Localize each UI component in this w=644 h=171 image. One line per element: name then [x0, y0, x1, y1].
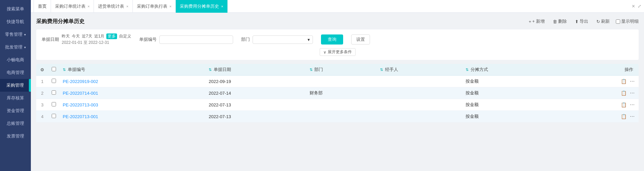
row-dept: 财务部: [306, 87, 377, 99]
close-tab-icon[interactable]: ×: [221, 4, 223, 8]
view-icon[interactable]: 📋: [620, 90, 627, 96]
row-checkbox[interactable]: [52, 114, 56, 118]
close-tab-icon[interactable]: ×: [126, 4, 128, 8]
sidebar-item-ecom[interactable]: 电商管理: [0, 66, 31, 79]
col-actions: 操作: [563, 64, 639, 76]
add-button[interactable]: + + 新增: [527, 17, 547, 25]
restore-window-icon[interactable]: ⤢: [638, 4, 641, 9]
sidebar-item-label: 资金管理: [7, 108, 24, 113]
sort-icon: ⇅: [63, 68, 66, 72]
export-button[interactable]: ⬆ 导出: [573, 17, 590, 25]
col-date[interactable]: ⇅ 单据日期: [205, 64, 306, 76]
col-dept[interactable]: ⇅ 部门: [306, 64, 377, 76]
sidebar-item-inventory[interactable]: 库存核算: [0, 92, 31, 104]
tab-purchase-goods-stat[interactable]: 进货单统计表 ×: [94, 0, 132, 13]
sidebar-item-label: 小畅电商: [7, 57, 24, 62]
dept-select[interactable]: ▾: [253, 35, 313, 44]
date-field: 单据日期 昨天 今天 近7天 近1月 更多 自定义 2022-01-01 至 2…: [42, 33, 131, 46]
row-order-no: PE-20220713-003: [59, 99, 205, 111]
row-checkbox-cell: [48, 99, 59, 111]
page-title: 采购费用分摊单历史: [36, 18, 85, 25]
sidebar-item-invoice[interactable]: 发票管理: [0, 130, 31, 143]
sidebar: 搜索菜单 快捷导航 零售管理 ▾ 批发管理 ▾ 小畅电商 电商管理 采购管理 库…: [0, 0, 31, 171]
shortcut-today[interactable]: 今天: [72, 33, 80, 39]
sidebar-item-quick[interactable]: 快捷导航: [0, 15, 31, 28]
shortcut-more[interactable]: 更多: [106, 33, 117, 39]
show-cols-toggle[interactable]: 显示明细: [616, 18, 639, 24]
query-button[interactable]: 查询: [321, 34, 343, 45]
shortcut-custom[interactable]: 自定义: [119, 33, 131, 39]
table-row: 3 PE-20220713-003 2022-07-13 按金额 📋 ⋯: [36, 99, 639, 111]
sidebar-item-ledger[interactable]: 总账管理: [0, 117, 31, 130]
select-all-checkbox[interactable]: [52, 67, 56, 71]
close-tab-icon[interactable]: ×: [88, 4, 90, 8]
expand-icon: ∨: [323, 50, 326, 55]
col-settings[interactable]: ⚙: [36, 64, 48, 76]
row-split-method: 按金额: [462, 111, 563, 122]
chevron-down-icon: ▾: [308, 37, 310, 42]
sidebar-item-purchase[interactable]: 采购管理: [0, 79, 31, 92]
delete-button[interactable]: 🗑 删除: [551, 17, 569, 25]
col-split-method[interactable]: ⇅ 分摊方式: [462, 64, 563, 76]
row-num: 2: [36, 87, 48, 99]
show-cols-checkbox[interactable]: [616, 19, 620, 24]
refresh-icon: ↻: [596, 19, 600, 24]
shortcut-yesterday[interactable]: 昨天: [62, 33, 70, 39]
sort-icon: ⇅: [209, 68, 212, 72]
more-icon[interactable]: ⋯: [629, 90, 635, 96]
row-date: 2022-07-13: [205, 99, 306, 111]
expand-button[interactable]: ∨ 展开更多条件: [320, 48, 356, 56]
close-window-icon[interactable]: ×: [632, 3, 635, 9]
tab-actions: × ⤢: [632, 3, 641, 9]
view-icon[interactable]: 📋: [620, 78, 627, 85]
view-icon[interactable]: 📋: [620, 113, 627, 120]
sort-icon: ⇅: [310, 68, 313, 72]
date-range-value[interactable]: 2022-01-01 至 2022-12-31: [62, 40, 131, 46]
order-no-link[interactable]: PE-20220919-002: [63, 79, 98, 84]
tab-home[interactable]: 首页: [34, 0, 51, 13]
row-num: 1: [36, 76, 48, 87]
col-order-no[interactable]: ⇅ 单据编号: [59, 64, 205, 76]
refresh-button[interactable]: ↻ 刷新: [594, 17, 612, 25]
more-icon[interactable]: ⋯: [629, 101, 635, 108]
dept-field: 部门 ▾: [241, 35, 313, 44]
row-handler: [377, 87, 462, 99]
sidebar-item-wholesale[interactable]: 批发管理 ▾: [0, 41, 31, 54]
view-icon[interactable]: 📋: [620, 101, 627, 108]
toolbar: + + 新增 🗑 删除 ⬆ 导出 ↻ 刷新 显示明细: [527, 17, 639, 25]
order-no-link[interactable]: PE-20220713-001: [63, 114, 98, 119]
row-split-method: 按金额: [462, 99, 563, 111]
order-no-link[interactable]: PE-20220713-003: [63, 102, 98, 107]
sidebar-item-label: 零售管理: [5, 32, 22, 37]
chevron-down-icon: ▾: [24, 33, 26, 36]
row-checkbox[interactable]: [52, 102, 56, 106]
sidebar-item-retail[interactable]: 零售管理 ▾: [0, 28, 31, 41]
row-order-no: PE-20220714-001: [59, 87, 205, 99]
table-row: 4 PE-20220713-001 2022-07-13 按金额 📋 ⋯: [36, 111, 639, 122]
tab-purchase-order-exec[interactable]: 采购订单执行表 ×: [133, 0, 176, 13]
sidebar-item-ecom-small[interactable]: 小畅电商: [0, 54, 31, 66]
row-handler: [377, 111, 462, 122]
row-checkbox[interactable]: [52, 79, 56, 83]
search-row: 单据日期 昨天 今天 近7天 近1月 更多 自定义 2022-01-01 至 2…: [42, 33, 633, 46]
close-tab-icon[interactable]: ×: [169, 4, 171, 8]
sidebar-item-label: 批发管理: [5, 45, 22, 50]
tab-purchase-order-stat[interactable]: 采购订单统计表 ×: [51, 0, 94, 13]
more-icon[interactable]: ⋯: [629, 113, 635, 120]
tab-purchase-fee-split[interactable]: 采购费用分摊单历史 ×: [176, 0, 227, 13]
row-checkbox[interactable]: [52, 90, 56, 95]
shortcut-1month[interactable]: 近1月: [94, 33, 105, 39]
settings-button[interactable]: 设置: [351, 34, 370, 45]
shortcut-7days[interactable]: 近7天: [82, 33, 92, 39]
order-no-input[interactable]: [159, 35, 233, 44]
row-order-no: PE-20220919-002: [59, 76, 205, 87]
date-range-picker[interactable]: 昨天 今天 近7天 近1月 更多 自定义 2022-01-01 至 2022-1…: [62, 33, 131, 46]
order-no-link[interactable]: PE-20220714-001: [63, 91, 98, 96]
row-handler: [377, 76, 462, 87]
row-num: 3: [36, 99, 48, 111]
sidebar-item-search[interactable]: 搜索菜单: [0, 3, 31, 15]
more-icon[interactable]: ⋯: [629, 78, 635, 85]
data-table: ⚙ ⇅ 单据编号 ⇅ 单据日期: [36, 64, 639, 122]
sidebar-item-capital[interactable]: 资金管理: [0, 104, 31, 117]
col-handler[interactable]: ⇅ 经手人: [377, 64, 462, 76]
